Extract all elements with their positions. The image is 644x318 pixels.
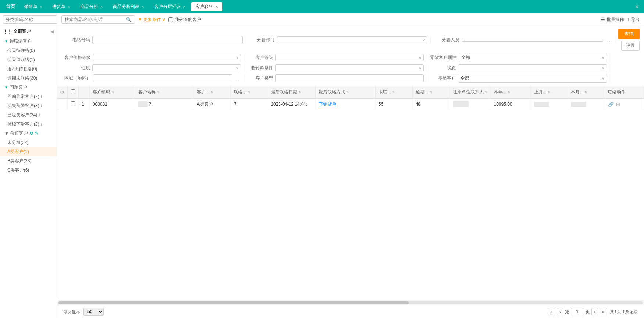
my-customers-filter[interactable]: 我分管的客户 (168, 17, 201, 23)
table-header-this-year[interactable]: 本年... ⇅ (491, 86, 531, 99)
action-qr-icon-button[interactable]: ⊞ (616, 102, 620, 107)
filter-person-dots-icon[interactable]: … (607, 37, 612, 43)
export-button[interactable]: ↑ 导出 (627, 17, 640, 23)
nav-tab-purchase-close[interactable]: × (68, 4, 70, 9)
table-header-row: ⚙ 客户编码 ⇅ (57, 86, 644, 99)
set-button[interactable]: 设置 (621, 41, 640, 51)
filter-more-conditions-button[interactable]: ▼ 更多条件 ∨ (138, 17, 165, 23)
sidebar-value-edit-icon[interactable]: ✎ (35, 131, 39, 136)
info-icon-repurchase[interactable]: ℹ (41, 95, 42, 99)
sidebar-item-tomorrow-pending[interactable]: 明天待联络(1) (0, 55, 57, 64)
table-header-last-type[interactable]: 最后联络方式 ⇅ (316, 86, 376, 99)
scrollbar-thumb[interactable] (58, 301, 409, 304)
row-checkbox[interactable] (71, 101, 75, 106)
table-header-unit-contacts[interactable]: 往来单位联系人 ⇅ (450, 86, 491, 99)
batch-operation-button[interactable]: ☰ 批量操作 (601, 17, 624, 23)
close-all-tabs-button[interactable]: × (633, 2, 641, 11)
table-header-type[interactable]: 客户... ⇅ (194, 86, 231, 99)
row-no-contact: 55 (375, 99, 412, 110)
pagination-page-input[interactable] (571, 308, 584, 315)
filter-customer-grade-select[interactable]: ∨ (275, 54, 424, 61)
action-link-icon-button[interactable]: 🔗 (608, 102, 614, 107)
sidebar-item-today-pending[interactable]: 今天待联络(0) (0, 46, 57, 55)
filter-price-grade-select[interactable]: ∨ (93, 54, 241, 61)
row-last-type-link[interactable]: 下销货单 (319, 102, 336, 107)
table-header-contacts[interactable]: 联络... ⇅ (231, 86, 268, 99)
table-header-last-date[interactable]: 最后联络日期 ⇅ (268, 86, 316, 99)
sidebar-item-class-b[interactable]: B类客户(33) (0, 156, 57, 166)
sidebar-item-class-c[interactable]: C类客户(6) (0, 166, 57, 175)
table-header-code[interactable]: 客户编码 ⇅ (90, 86, 135, 99)
table-header-no-contact[interactable]: 未联... ⇅ (375, 86, 412, 99)
nav-tab-purchase[interactable]: 进货单 × (48, 2, 74, 11)
nav-tab-product-analysis-close[interactable]: × (100, 4, 103, 9)
horizontal-scrollbar[interactable] (57, 300, 644, 305)
per-page-select[interactable]: 50 100 200 (83, 308, 104, 316)
pagination-next-button[interactable]: › (591, 308, 598, 315)
filter-customer-type-input[interactable] (275, 74, 424, 82)
nav-tab-customer-contact[interactable]: 客户联络 × (191, 2, 222, 11)
sidebar-item-churned[interactable]: 已流失客户(24) ℹ (0, 110, 57, 120)
my-customers-checkbox[interactable] (168, 17, 173, 22)
table-header-name[interactable]: 客户名称 ⇅ (135, 86, 194, 99)
customer-table-container: ⚙ 客户编码 ⇅ (57, 86, 644, 300)
table-header-this-year-label: 本年... (494, 89, 507, 95)
pagination-last-button[interactable]: » (600, 308, 607, 315)
sidebar-item-repurchase-abnormal[interactable]: 回购异常客户(2) ℹ (0, 92, 57, 101)
filter-retail-attr-select[interactable]: 全部 ∨ (459, 53, 607, 62)
table-header-last-month[interactable]: 上月... ⇅ (531, 86, 568, 99)
filter-region-input[interactable] (93, 74, 232, 82)
nav-tab-sales-close[interactable]: × (40, 4, 42, 9)
pagination-prev-button[interactable]: ‹ (557, 308, 564, 315)
sidebar-item-class-a[interactable]: A类客户(1) (0, 147, 57, 156)
table-select-all-checkbox[interactable] (71, 89, 75, 94)
row-index: 1 (79, 99, 90, 110)
filter-retail-customer-select[interactable]: 全部 ∨ (458, 74, 607, 83)
filter-search-icon[interactable]: 🔍 (126, 17, 132, 22)
filter-region-dots-icon[interactable]: … (236, 75, 241, 81)
filter-person-select[interactable] (462, 39, 603, 42)
sidebar-search-input[interactable] (3, 15, 57, 24)
sidebar-item-declining[interactable]: 持续下滑客户(2) ℹ (0, 120, 57, 129)
table-header-this-month[interactable]: 本月... ⇅ (568, 86, 605, 99)
sort-last-month-icon: ⇅ (548, 91, 551, 94)
filter-payment-select[interactable]: ∨ (275, 64, 424, 71)
sidebar-value-arrow: ▼ (4, 131, 9, 136)
query-button[interactable]: 查询 (618, 29, 640, 39)
sidebar-all-customers[interactable]: ⋮⋮ 全部客户 ◀ (0, 26, 57, 37)
sidebar-problem-arrow: ▼ (4, 85, 8, 89)
filter-phone: 电话号码 (61, 36, 246, 44)
export-icon: ↑ (627, 17, 629, 22)
pagination-first-button[interactable]: « (548, 308, 555, 315)
nav-tab-product-list[interactable]: 商品分析列表 × (108, 2, 148, 11)
sidebar-value-refresh-icon[interactable]: ↻ (29, 131, 33, 136)
sidebar-collapse-icon[interactable]: ◀ (50, 29, 54, 34)
table-gear-button[interactable]: ⚙ (60, 89, 64, 95)
table-header-overdue[interactable]: 逾期... ⇅ (412, 86, 450, 99)
filter-status-select[interactable]: ∨ (458, 64, 607, 71)
filter-dept-select[interactable]: ∨ (277, 36, 427, 43)
sidebar-item-ungrouped[interactable]: 未分组(32) (0, 138, 57, 147)
nav-tab-product-analysis-label: 商品分析 (80, 4, 98, 10)
info-icon-declining[interactable]: ℹ (41, 122, 42, 126)
sort-name-icon: ⇅ (157, 91, 160, 94)
filter-phone-input[interactable] (92, 36, 243, 44)
row-this-year: 10995.00 (491, 99, 531, 110)
scrollbar-track (58, 301, 643, 304)
sidebar-item-churn-warning[interactable]: 流失预警客户(3) ℹ (0, 101, 57, 110)
nav-home[interactable]: 首页 (3, 2, 18, 11)
filter-customer-grade-chevron: ∨ (419, 56, 421, 60)
nav-tab-product-analysis[interactable]: 商品分析 × (76, 2, 107, 11)
nav-tab-sales[interactable]: 销售单 × (20, 2, 46, 11)
filter-nature-select[interactable]: ∨ (92, 64, 241, 71)
info-icon-churned[interactable]: ℹ (39, 113, 40, 117)
nav-tab-product-list-close[interactable]: × (142, 4, 144, 9)
nav-tab-customer-tier-close[interactable]: × (183, 4, 185, 9)
sidebar-item-7day-pending[interactable]: 近7天待联络(0) (0, 64, 57, 74)
nav-tab-customer-contact-close[interactable]: × (215, 4, 218, 9)
sort-type-icon: ⇅ (211, 91, 214, 94)
sidebar-item-overdue[interactable]: 逾期未联络(30) (0, 74, 57, 83)
nav-tab-customer-tier[interactable]: 客户分层经营 × (150, 2, 190, 11)
info-icon-churn-warning[interactable]: ℹ (41, 104, 42, 108)
filter-search-input[interactable] (65, 17, 125, 22)
